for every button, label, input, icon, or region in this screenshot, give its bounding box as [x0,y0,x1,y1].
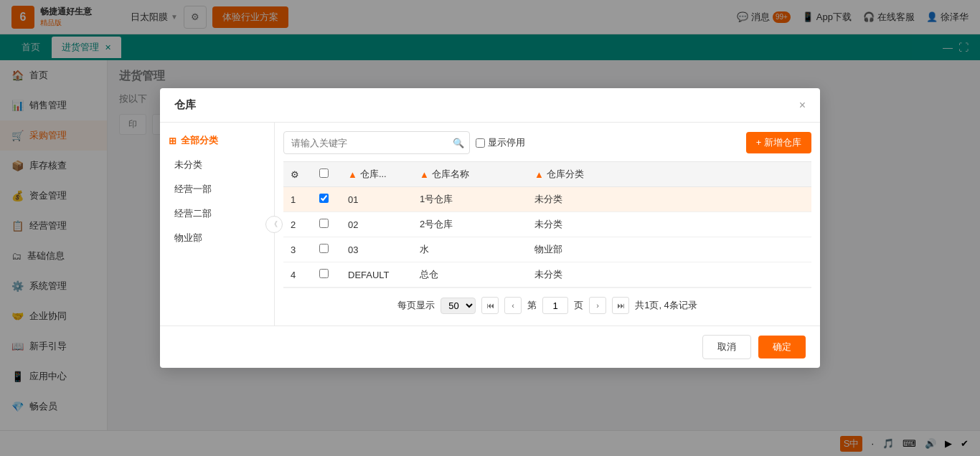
category-item-dept2[interactable]: 经营二部 [160,201,274,226]
sort-code-icon: ▲ [348,169,357,180]
add-warehouse-button[interactable]: + 新增仓库 [746,132,811,153]
row-checkbox-4 [312,262,341,288]
row-name-1: 1号仓库 [413,187,527,212]
cancel-button[interactable]: 取消 [702,335,751,359]
collapse-panel-button[interactable]: 《 [265,216,283,233]
row-category-1: 未分类 [527,187,811,212]
page-unit: 页 [574,299,583,312]
page-size-label: 每页显示 [397,299,435,312]
row-category-2: 未分类 [527,212,811,237]
row-code-4: DEFAULT [341,262,413,288]
table-row[interactable]: 1 01 1号仓库 未分类 [283,187,811,212]
search-input-wrap: 🔍 [283,131,470,154]
row-code-1: 01 [341,187,413,212]
th-code: ▲ 仓库... [341,162,413,187]
table-row[interactable]: 4 DEFAULT 总仓 未分类 [283,262,811,288]
last-page-button[interactable]: ⏭ [612,297,629,314]
warehouse-dialog: 仓库 × ⊞ 全部分类 未分类 经营一部 经营二部 [160,88,820,368]
table-panel: 🔍 显示停用 + 新增仓库 ⚙ [275,123,820,326]
row-name-4: 总仓 [413,262,527,288]
row-code-3: 03 [341,237,413,262]
dialog-header: 仓库 × [160,88,820,123]
search-input[interactable] [283,131,470,154]
dialog-footer: 取消 确定 [160,326,820,368]
row-code-2: 02 [341,212,413,237]
category-all-label: 全部分类 [181,134,218,147]
page-input[interactable] [542,297,568,314]
row-actions-3: 3 [283,237,312,262]
page-label: 第 [527,299,537,312]
grid-icon: ⊞ [169,136,176,146]
pagination: 每页显示 50 ⏮ ‹ 第 页 › ⏭ 共1页, 4条记录 [283,288,811,317]
row-name-3: 水 [413,237,527,262]
dialog-close-button[interactable]: × [799,99,806,112]
warehouse-table: ⚙ ▲ 仓库... [283,161,811,288]
search-icon[interactable]: 🔍 [453,138,464,148]
row-checkbox-1 [312,187,341,212]
show-disabled-checkbox[interactable] [476,138,485,148]
show-disabled-wrap: 显示停用 [476,136,525,149]
row-name-2: 2号仓库 [413,212,527,237]
select-all-checkbox[interactable] [319,168,329,178]
row-category-3: 物业部 [527,237,811,262]
prev-page-button[interactable]: ‹ [504,297,522,314]
category-item-unclassified[interactable]: 未分类 [160,153,274,177]
total-info: 共1页, 4条记录 [635,299,697,312]
modal-overlay: 仓库 × ⊞ 全部分类 未分类 经营一部 经营二部 [0,0,980,456]
row-category-4: 未分类 [527,262,811,288]
confirm-button[interactable]: 确定 [758,336,806,358]
dialog-body: ⊞ 全部分类 未分类 经营一部 经营二部 物业部 《 [160,123,820,326]
table-header-row: ⚙ ▲ 仓库... [283,162,811,187]
category-panel: ⊞ 全部分类 未分类 经营一部 经营二部 物业部 《 [160,123,275,326]
dialog-title: 仓库 [174,98,196,112]
page-size-select[interactable]: 50 [440,298,476,314]
th-name: ▲ 仓库名称 [413,162,527,187]
show-disabled-label: 显示停用 [488,136,525,149]
th-category: ▲ 仓库分类 [527,162,811,187]
table-toolbar: 🔍 显示停用 + 新增仓库 [283,131,811,154]
category-all[interactable]: ⊞ 全部分类 [160,128,274,153]
table-row[interactable]: 3 03 水 物业部 [283,237,811,262]
sort-name-icon: ▲ [420,169,429,180]
row-actions-2: 2 [283,212,312,237]
row-actions-1: 1 [283,187,312,212]
th-settings: ⚙ [283,162,312,187]
row-actions-4: 4 [283,262,312,288]
category-item-dept1[interactable]: 经营一部 [160,177,274,201]
table-row[interactable]: 2 02 2号仓库 未分类 [283,212,811,237]
next-page-button[interactable]: › [589,297,606,314]
category-item-property[interactable]: 物业部 [160,226,274,250]
th-checkbox [312,162,341,187]
row-checkbox-3 [312,237,341,262]
row-checkbox-2 [312,212,341,237]
sort-category-icon: ▲ [534,169,544,180]
first-page-button[interactable]: ⏮ [481,297,499,314]
